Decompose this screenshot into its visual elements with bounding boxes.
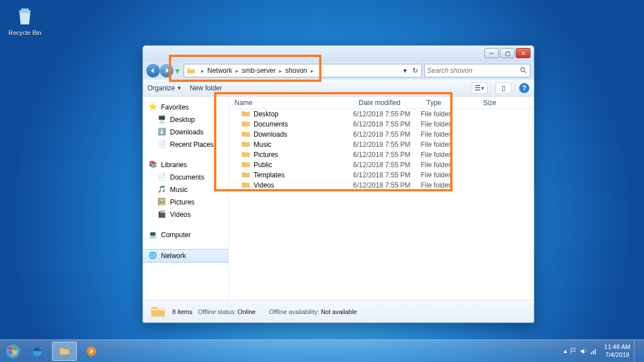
svg-rect-6 bbox=[8, 351, 12, 354]
taskbar-ie[interactable] bbox=[25, 342, 50, 361]
file-date: 6/12/2018 7:55 PM bbox=[353, 110, 421, 118]
nav-history-dropdown[interactable]: ▾ bbox=[173, 64, 181, 77]
breadcrumb-sep-icon: ▸ bbox=[311, 68, 314, 74]
explorer-window: ─ ▢ ✕ ▾ ▸ Network ▸ smb-server ▸ shovon … bbox=[142, 45, 534, 323]
sidebar-item-documents[interactable]: 📄Documents bbox=[143, 171, 228, 184]
svg-rect-7 bbox=[13, 351, 17, 354]
file-date: 6/12/2018 7:55 PM bbox=[353, 161, 421, 169]
column-type[interactable]: Type bbox=[421, 99, 477, 107]
column-name[interactable]: Name bbox=[229, 99, 353, 107]
desktop-icon: 🖥️ bbox=[158, 115, 167, 124]
volume-icon[interactable] bbox=[580, 347, 588, 355]
file-type: File folder bbox=[421, 161, 477, 169]
recycle-bin-icon[interactable]: Recycle Bin bbox=[7, 6, 43, 36]
file-row[interactable]: Public6/12/2018 7:55 PMFile folder bbox=[229, 160, 534, 170]
svg-rect-12 bbox=[594, 349, 595, 354]
column-date[interactable]: Date modified bbox=[353, 99, 421, 107]
sidebar-favorites[interactable]: ⭐Favorites bbox=[143, 101, 228, 114]
status-bar: 8 items Offline status: Online Offline a… bbox=[143, 300, 534, 322]
file-row[interactable]: Pictures6/12/2018 7:55 PMFile folder bbox=[229, 150, 534, 160]
address-bar[interactable]: ▸ Network ▸ smb-server ▸ shovon ▸ ▾ ↻ bbox=[184, 64, 422, 77]
downloads-icon: ⬇️ bbox=[158, 128, 167, 137]
address-folder-icon bbox=[186, 66, 195, 75]
sidebar-item-videos[interactable]: 🎬Videos bbox=[143, 208, 228, 221]
desktop: Recycle Bin ─ ▢ ✕ ▾ ▸ Network ▸ smb-serv… bbox=[0, 0, 644, 362]
file-row[interactable]: Downloads6/12/2018 7:55 PMFile folder bbox=[229, 129, 534, 139]
file-row[interactable]: Videos6/12/2018 7:55 PMFile folder bbox=[229, 180, 534, 190]
sidebar-network[interactable]: 🌐Network bbox=[143, 249, 228, 263]
titlebar[interactable]: ─ ▢ ✕ bbox=[143, 46, 534, 62]
sidebar-item-downloads[interactable]: ⬇️Downloads bbox=[143, 126, 228, 138]
sidebar-item-music[interactable]: 🎵Music bbox=[143, 184, 228, 196]
folder-icon bbox=[241, 160, 250, 171]
svg-rect-0 bbox=[21, 8, 28, 10]
file-type: File folder bbox=[421, 120, 477, 128]
search-icon bbox=[520, 67, 528, 75]
view-mode-button[interactable]: ☰▼ bbox=[472, 82, 488, 94]
file-date: 6/12/2018 7:55 PM bbox=[353, 130, 421, 138]
help-button[interactable]: ? bbox=[519, 83, 529, 93]
folder-icon bbox=[241, 150, 250, 160]
show-desktop-button[interactable] bbox=[634, 340, 642, 363]
back-button[interactable] bbox=[146, 64, 160, 77]
search-box[interactable] bbox=[424, 64, 530, 77]
sidebar-item-desktop[interactable]: 🖥️Desktop bbox=[143, 114, 228, 126]
flag-icon[interactable] bbox=[569, 347, 577, 355]
close-button[interactable]: ✕ bbox=[516, 48, 530, 58]
start-button[interactable] bbox=[2, 341, 24, 362]
folder-icon bbox=[241, 129, 250, 140]
taskbar-clock[interactable]: 11:48 AM7/4/2018 bbox=[601, 343, 634, 358]
sidebar-computer[interactable]: 💻Computer bbox=[143, 229, 228, 241]
folder-icon bbox=[241, 180, 250, 191]
videos-icon: 🎬 bbox=[158, 210, 167, 219]
taskbar-explorer[interactable] bbox=[52, 342, 77, 361]
file-name: Public bbox=[254, 161, 272, 169]
file-type: File folder bbox=[421, 171, 477, 179]
system-tray[interactable]: ▴ bbox=[560, 347, 601, 355]
breadcrumb-sep-icon: ▸ bbox=[279, 68, 282, 74]
sidebar-item-recent[interactable]: 📄Recent Places bbox=[143, 138, 228, 151]
status-count: 8 items bbox=[172, 308, 192, 315]
svg-rect-11 bbox=[593, 351, 594, 354]
breadcrumb-host[interactable]: smb-server bbox=[242, 67, 276, 75]
newfolder-button[interactable]: New folder bbox=[190, 84, 222, 92]
column-size[interactable]: Size bbox=[477, 99, 523, 107]
file-name: Downloads bbox=[254, 130, 287, 138]
file-row[interactable]: Music6/12/2018 7:55 PMFile folder bbox=[229, 139, 534, 150]
preview-pane-button[interactable]: ▯ bbox=[495, 82, 511, 94]
forward-button[interactable] bbox=[160, 64, 173, 77]
file-date: 6/12/2018 7:55 PM bbox=[353, 120, 421, 128]
file-name: Templates bbox=[254, 171, 285, 179]
organize-button[interactable]: Organize ▼ bbox=[147, 84, 182, 92]
folder-icon bbox=[241, 139, 250, 150]
file-row[interactable]: Desktop6/12/2018 7:55 PMFile folder bbox=[229, 109, 534, 119]
file-row[interactable]: Templates6/12/2018 7:55 PMFile folder bbox=[229, 170, 534, 180]
file-name: Desktop bbox=[254, 110, 279, 118]
taskbar-mediaplayer[interactable] bbox=[79, 342, 104, 361]
navbar: ▾ ▸ Network ▸ smb-server ▸ shovon ▸ ▾ ↻ bbox=[143, 62, 534, 80]
sidebar-libraries[interactable]: 📚Libraries bbox=[143, 159, 228, 171]
refresh-button[interactable]: ↻ bbox=[410, 66, 420, 76]
file-list: Name Date modified Type Size Desktop6/12… bbox=[229, 97, 534, 300]
address-dropdown-button[interactable]: ▾ bbox=[400, 66, 410, 76]
svg-rect-4 bbox=[8, 347, 12, 350]
breadcrumb-network[interactable]: Network bbox=[207, 67, 232, 75]
file-name: Videos bbox=[254, 181, 274, 189]
svg-rect-5 bbox=[13, 347, 17, 350]
search-input[interactable] bbox=[427, 67, 520, 75]
maximize-button[interactable]: ▢ bbox=[500, 48, 515, 58]
file-row[interactable]: Documents6/12/2018 7:55 PMFile folder bbox=[229, 119, 534, 129]
network-tray-icon[interactable] bbox=[590, 347, 598, 355]
breadcrumb-share[interactable]: shovon bbox=[285, 67, 307, 75]
tray-up-icon[interactable]: ▴ bbox=[564, 347, 567, 355]
computer-icon: 💻 bbox=[149, 230, 158, 239]
minimize-button[interactable]: ─ bbox=[484, 48, 499, 58]
sidebar-item-pictures[interactable]: 🖼️Pictures bbox=[143, 196, 228, 208]
file-date: 6/12/2018 7:55 PM bbox=[353, 171, 421, 179]
toolbar: Organize ▼ New folder ☰▼ ▯ ? bbox=[143, 80, 534, 97]
file-name: Pictures bbox=[254, 151, 278, 159]
status-avail-label: Offline availability: bbox=[269, 308, 319, 315]
music-icon: 🎵 bbox=[158, 185, 167, 194]
file-date: 6/12/2018 7:55 PM bbox=[353, 141, 421, 149]
file-name: Music bbox=[254, 141, 271, 149]
